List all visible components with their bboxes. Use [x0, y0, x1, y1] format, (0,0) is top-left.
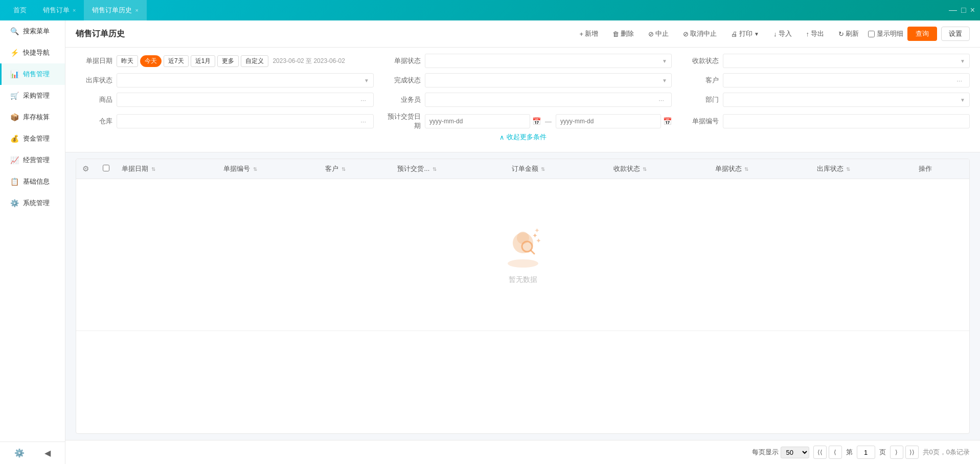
- window-minimize-icon[interactable]: —: [949, 6, 957, 15]
- sidebar-item-sales[interactable]: 📊 销售管理: [0, 63, 65, 85]
- table-settings-icon[interactable]: ⚙: [82, 164, 89, 173]
- delivery-date-to[interactable]: [556, 114, 661, 128]
- filter-col-order-status: 单据状态 ▼: [374, 54, 672, 68]
- date-from-calendar-icon[interactable]: 📅: [532, 117, 541, 125]
- th-expected-label: 预计交货...: [397, 165, 429, 172]
- sidebar-collapse-icon[interactable]: ◀: [44, 448, 51, 458]
- add-button[interactable]: + 新增: [575, 27, 604, 40]
- goods-select[interactable]: ···: [117, 93, 374, 107]
- page-number-input[interactable]: [857, 446, 875, 459]
- date-today-btn[interactable]: 今天: [140, 55, 162, 67]
- order-status-label: 单据状态: [384, 56, 425, 65]
- page-label-pre: 第: [844, 448, 855, 457]
- warehouse-status-select[interactable]: ▼: [117, 73, 374, 87]
- date-last1month-btn[interactable]: 近1月: [191, 55, 216, 67]
- goods-dots[interactable]: ···: [357, 96, 369, 104]
- goods-label: 商品: [76, 95, 117, 104]
- sidebar-item-basic[interactable]: 📋 基础信息: [0, 171, 65, 192]
- sidebar-item-search[interactable]: 🔍 搜索菜单: [0, 20, 65, 42]
- th-amount-sort-icon[interactable]: ⇅: [541, 166, 545, 172]
- window-maximize-icon[interactable]: □: [961, 6, 966, 15]
- sidebar-item-operation[interactable]: 📈 经营管理: [0, 149, 65, 171]
- date-yesterday-btn[interactable]: 昨天: [117, 55, 138, 67]
- per-page-dropdown[interactable]: 50 10 20 100: [781, 447, 809, 458]
- tab-sales-order-history-close-icon[interactable]: ×: [135, 7, 138, 13]
- th-date: 单据日期 ⇅: [116, 159, 217, 179]
- inventory-icon: 📦: [10, 113, 19, 121]
- settings-button[interactable]: 设置: [941, 27, 970, 41]
- print-button[interactable]: 🖨 打印 ▼: [726, 27, 764, 40]
- stop-label: 中止: [655, 29, 669, 38]
- sidebar-item-finance[interactable]: 💰 资金管理: [0, 128, 65, 149]
- th-status-sort-icon[interactable]: ⇅: [744, 166, 748, 172]
- th-number-label: 单据编号: [223, 165, 250, 172]
- page-prev-btn[interactable]: ⟨: [829, 446, 842, 459]
- date-last7-btn[interactable]: 近7天: [164, 55, 189, 67]
- content-area: 销售订单历史 + 新增 🗑 删除 ⊘ 中止 ⊘: [65, 20, 980, 464]
- warehouse-select[interactable]: ···: [117, 114, 374, 128]
- page-last-btn[interactable]: ⟩⟩: [905, 446, 919, 459]
- date-separator: —: [543, 118, 554, 125]
- date-custom-btn[interactable]: 自定义: [241, 55, 268, 67]
- delete-button[interactable]: 🗑 删除: [607, 27, 639, 40]
- page-next-btn[interactable]: ⟩: [890, 446, 903, 459]
- tab-sales-order-close-icon[interactable]: ×: [73, 7, 76, 13]
- svg-line-4: [531, 250, 534, 254]
- salesperson-label: 业务员: [384, 95, 425, 104]
- th-expected: 预计交货... ⇅: [391, 159, 505, 179]
- th-customer-sort-icon[interactable]: ⇅: [341, 166, 346, 172]
- th-expected-sort-icon[interactable]: ⇅: [432, 166, 437, 172]
- payment-status-select[interactable]: ▼: [723, 54, 970, 68]
- th-warehouse-sort-icon[interactable]: ⇅: [846, 166, 850, 172]
- filter-col-delivery-date: 预计交货日期 📅 — 📅: [374, 112, 672, 130]
- show-detail-checkbox[interactable]: [868, 31, 875, 37]
- sidebar-item-system[interactable]: ⚙️ 系统管理: [0, 192, 65, 214]
- order-status-select[interactable]: ▼: [425, 54, 672, 68]
- order-number-input[interactable]: [723, 114, 970, 128]
- th-payment-label: 收款状态: [613, 165, 640, 172]
- stop-button[interactable]: ⊘ 中止: [643, 27, 674, 40]
- complete-status-label: 完成状态: [384, 76, 425, 85]
- import-button[interactable]: ↓ 导入: [768, 27, 797, 40]
- export-button[interactable]: ↑ 导出: [801, 27, 830, 40]
- filter-col-warehouse-status: 出库状态 ▼: [76, 73, 374, 87]
- department-select[interactable]: ▼: [723, 93, 970, 107]
- filter-row-1: 单据日期 昨天 今天 近7天 近1月 更多 自定义 2023-06-02 至 2…: [76, 54, 970, 68]
- salesperson-select[interactable]: ···: [425, 93, 672, 107]
- customer-select[interactable]: ···: [723, 73, 970, 87]
- th-date-sort-icon[interactable]: ⇅: [151, 166, 155, 172]
- payment-status-label: 收款状态: [682, 56, 723, 65]
- print-dropdown-icon[interactable]: ▼: [754, 31, 759, 37]
- order-status-control: ▼: [425, 54, 672, 68]
- query-button[interactable]: 查询: [907, 27, 937, 41]
- customer-label: 客户: [682, 76, 723, 85]
- date-more-btn[interactable]: 更多: [217, 55, 239, 67]
- sidebar-item-inventory-label: 库存核算: [23, 113, 50, 122]
- collapse-bar[interactable]: ∧ 收起更多条件: [76, 130, 970, 146]
- date-to-calendar-icon[interactable]: 📅: [663, 117, 672, 125]
- refresh-button[interactable]: ↻ 刷新: [833, 27, 864, 40]
- select-all-checkbox[interactable]: [103, 165, 109, 171]
- filter-col-department: 部门 ▼: [672, 93, 970, 107]
- date-range-text: 2023-06-02 至 2023-06-02: [272, 57, 345, 65]
- sidebar-item-inventory[interactable]: 📦 库存核算: [0, 106, 65, 128]
- warehouse-dots[interactable]: ···: [357, 118, 369, 125]
- tab-sales-order-history[interactable]: 销售订单历史 ×: [84, 0, 146, 20]
- sidebar-settings-icon[interactable]: ⚙️: [14, 448, 25, 458]
- th-number-sort-icon[interactable]: ⇅: [253, 166, 257, 172]
- page-first-btn[interactable]: ⟨⟨: [813, 446, 827, 459]
- tab-sales-order[interactable]: 销售订单 ×: [35, 0, 84, 20]
- sidebar-item-purchase[interactable]: 🛒 采购管理: [0, 85, 65, 106]
- salesperson-dots[interactable]: ···: [655, 96, 667, 104]
- customer-dots[interactable]: ···: [953, 77, 965, 84]
- date-quick-btns: 昨天 今天 近7天 近1月 更多 自定义: [117, 55, 268, 67]
- cancel-stop-button[interactable]: ⊘ 取消中止: [678, 27, 722, 40]
- delivery-date-from[interactable]: [425, 114, 530, 128]
- th-payment-sort-icon[interactable]: ⇅: [643, 166, 647, 172]
- sidebar-item-quick-nav[interactable]: ⚡ 快捷导航: [0, 42, 65, 63]
- tab-home[interactable]: 首页: [5, 0, 35, 20]
- complete-status-select[interactable]: ▼: [425, 73, 672, 87]
- window-close-icon[interactable]: ×: [970, 6, 975, 15]
- th-settings: ⚙: [76, 159, 97, 179]
- collapse-label: 收起更多条件: [507, 132, 546, 142]
